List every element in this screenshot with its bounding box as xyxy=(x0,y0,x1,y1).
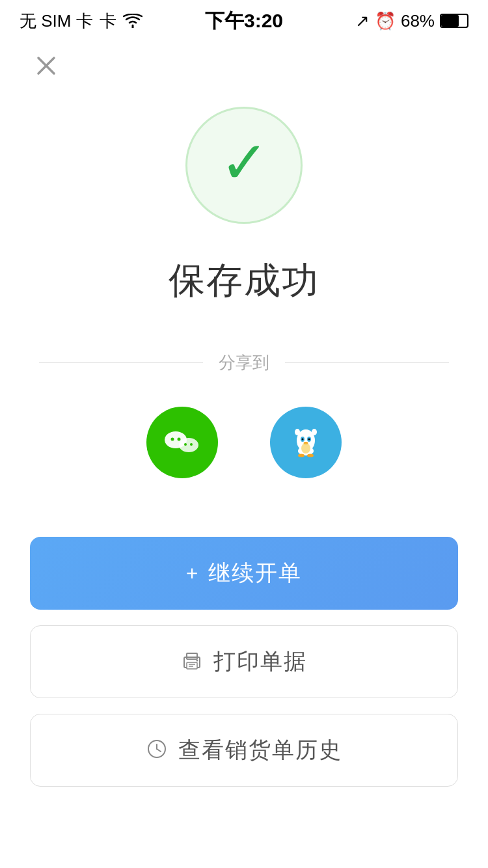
history-button[interactable]: 查看销货单历史 xyxy=(30,714,458,787)
svg-point-19 xyxy=(312,429,317,435)
continue-label: 继续开单 xyxy=(208,558,302,588)
share-label: 分享到 xyxy=(203,351,285,374)
location-icon: ↗ xyxy=(355,11,370,31)
history-label: 查看销货单历史 xyxy=(178,735,342,765)
alarm-icon: ⏰ xyxy=(375,11,396,31)
status-right: ↗ ⏰ 68% xyxy=(355,11,468,31)
svg-point-5 xyxy=(178,438,181,441)
success-circle: ✓ xyxy=(185,107,303,224)
battery-percent: 68% xyxy=(401,11,435,31)
svg-line-28 xyxy=(157,749,161,752)
clock-icon-svg xyxy=(146,738,168,760)
wifi-icon xyxy=(123,14,142,28)
wechat-icon xyxy=(161,422,203,463)
battery-bar xyxy=(440,14,468,28)
print-label: 打印单据 xyxy=(213,647,307,677)
sim-icon: 卡 xyxy=(100,10,116,33)
status-time: 下午3:20 xyxy=(205,8,283,34)
share-divider: 分享到 xyxy=(0,351,488,374)
qq-icon xyxy=(287,424,325,461)
printer-icon-svg xyxy=(181,649,203,671)
svg-point-3 xyxy=(179,438,198,452)
share-wechat-button[interactable] xyxy=(146,407,218,478)
divider-line-left xyxy=(39,362,203,363)
svg-rect-22 xyxy=(187,662,197,669)
svg-point-17 xyxy=(307,454,314,457)
share-icons-row xyxy=(146,407,342,478)
svg-rect-21 xyxy=(187,653,197,659)
status-left: 无 SIM 卡 卡 xyxy=(20,10,142,33)
svg-point-18 xyxy=(295,429,300,435)
svg-point-7 xyxy=(190,443,193,446)
svg-point-4 xyxy=(171,438,174,441)
actions-container: + 继续开单 打印单据 xyxy=(0,537,488,787)
main-content: ✓ 保存成功 分享到 xyxy=(0,42,488,787)
svg-point-15 xyxy=(301,443,310,454)
status-bar: 无 SIM 卡 卡 下午3:20 ↗ ⏰ 68% xyxy=(0,0,488,42)
svg-point-6 xyxy=(184,443,187,446)
close-icon xyxy=(34,54,58,77)
battery-fill xyxy=(441,15,459,27)
share-qq-button[interactable] xyxy=(270,407,342,478)
continue-icon: + xyxy=(186,563,198,584)
svg-point-16 xyxy=(298,454,305,457)
svg-point-11 xyxy=(302,439,304,441)
history-icon xyxy=(146,738,168,763)
svg-point-12 xyxy=(308,439,310,441)
continue-button[interactable]: + 继续开单 xyxy=(30,537,458,610)
success-title: 保存成功 xyxy=(169,256,319,306)
checkmark-icon: ✓ xyxy=(220,133,269,192)
close-button[interactable] xyxy=(29,48,64,83)
carrier-text: 无 SIM 卡 xyxy=(20,10,93,33)
divider-line-right xyxy=(285,362,449,363)
print-button[interactable]: 打印单据 xyxy=(30,625,458,698)
svg-point-25 xyxy=(197,659,198,661)
print-icon xyxy=(181,649,203,675)
